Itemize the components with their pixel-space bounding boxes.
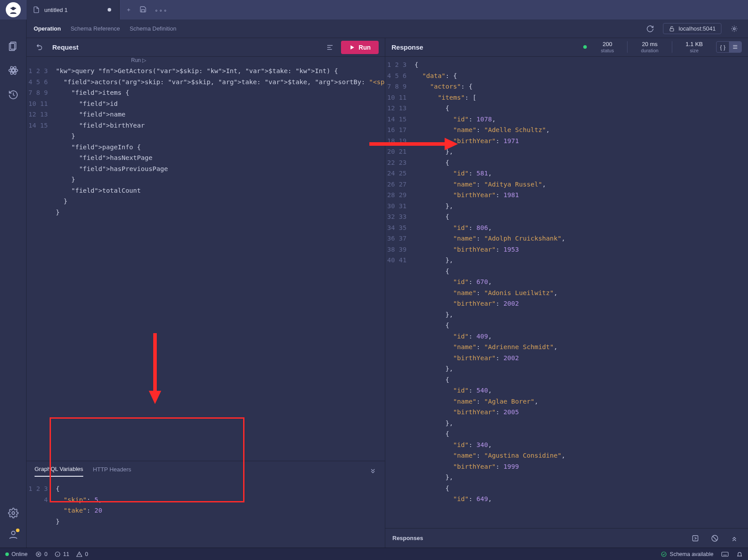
svg-point-12: [12, 512, 15, 514]
document-tab[interactable]: untitled 1: [27, 0, 120, 19]
duration-value: 20 ms: [641, 41, 659, 47]
svg-point-13: [12, 531, 15, 535]
svg-point-15: [733, 27, 736, 30]
endpoint-label: localhost:5041: [678, 25, 716, 32]
lock-open-icon: [669, 26, 675, 32]
play-icon: [349, 44, 355, 51]
json-view-icon[interactable]: { }: [717, 42, 729, 52]
tab-operation[interactable]: Operation: [34, 23, 61, 34]
online-status[interactable]: Online: [5, 551, 27, 557]
status-value: 200: [601, 41, 614, 47]
unsaved-dot-icon: [108, 8, 111, 12]
run-button[interactable]: Run: [341, 41, 379, 54]
titlebar: untitled 1 ＋ ∘∘∘: [0, 0, 748, 19]
response-title: Response: [391, 43, 423, 51]
tab-schema-reference[interactable]: Schema Reference: [70, 23, 120, 34]
svg-point-8: [12, 69, 15, 72]
expand-responses-button[interactable]: [728, 532, 741, 545]
run-label: Run: [359, 44, 371, 51]
sub-nav: Operation Schema Reference Schema Defini…: [27, 19, 748, 38]
svg-marker-19: [350, 45, 354, 49]
variables-editor[interactable]: 1 2 3 4 { "skip": 5, "take": 20 }: [27, 481, 385, 548]
line-gutter: 1 2 3 4 5 6 7 8 9 10 11 12 13 14 15: [27, 57, 53, 461]
responses-title: Responses: [392, 535, 423, 541]
schema-status[interactable]: Schema available: [661, 551, 713, 557]
request-title: Request: [52, 43, 78, 51]
line-gutter: 1 2 3 4 5 6 7 8 9 10 11 12 13 14 15 16 1…: [385, 57, 412, 528]
collapse-variables-button[interactable]: [369, 467, 377, 476]
app-logo: [6, 2, 21, 17]
request-pane: Request Run Run ▷ 1 2 3 4 5 6 7 8 9 10 1…: [27, 38, 385, 548]
activity-bar: [0, 19, 27, 548]
svg-rect-34: [722, 552, 729, 556]
run-code-lens[interactable]: Run ▷: [131, 57, 146, 63]
history-icon[interactable]: [8, 89, 19, 101]
status-dot-icon: [583, 45, 587, 49]
settings-icon[interactable]: [8, 508, 19, 520]
query-editor[interactable]: Run ▷ 1 2 3 4 5 6 7 8 9 10 11 12 13 14 1…: [27, 57, 385, 461]
clear-responses-button[interactable]: [708, 532, 721, 545]
refresh-schema-button[interactable]: [643, 22, 657, 35]
response-view-toggle[interactable]: { }: [716, 41, 742, 53]
svg-line-25: [713, 536, 717, 540]
keyboard-icon[interactable]: [721, 552, 729, 557]
svg-rect-5: [11, 8, 16, 9]
tab-title: untitled 1: [44, 7, 68, 13]
online-dot-icon: [5, 552, 9, 556]
line-gutter: 1 2 3 4: [27, 481, 53, 548]
svg-rect-14: [670, 28, 674, 31]
svg-rect-23: [693, 536, 698, 541]
variables-panel: GraphQL Variables HTTP Headers 1 2 3 4 {…: [27, 461, 385, 548]
responses-tray: Responses: [385, 528, 748, 548]
svg-point-33: [662, 552, 667, 556]
tab-schema-definition[interactable]: Schema Definition: [130, 23, 177, 34]
response-pane: Response 200status 20 msduration 1.1 KBs…: [385, 38, 748, 548]
save-button[interactable]: [140, 6, 147, 14]
warning-icon: [76, 551, 82, 557]
endpoint-chip[interactable]: localhost:5041: [663, 23, 721, 34]
errors-count[interactable]: 0 11 0: [35, 551, 88, 557]
tab-http-headers[interactable]: HTTP Headers: [93, 466, 131, 476]
account-icon[interactable]: [8, 529, 19, 541]
error-icon: [35, 551, 42, 557]
tree-view-icon[interactable]: [729, 42, 741, 52]
prettify-button[interactable]: [323, 41, 337, 54]
response-viewer[interactable]: 1 2 3 4 5 6 7 8 9 10 11 12 13 14 15 16 1…: [385, 57, 748, 528]
status-bar: Online 0 11 0 Schema available: [0, 548, 748, 560]
documents-icon[interactable]: [8, 41, 19, 53]
settings-button[interactable]: [728, 22, 741, 35]
info-icon: [54, 551, 61, 557]
size-value: 1.1 KB: [686, 41, 703, 47]
notifications-icon[interactable]: [736, 551, 743, 557]
more-button[interactable]: ∘∘∘: [155, 7, 168, 13]
check-circle-icon: [661, 551, 667, 557]
open-response-button[interactable]: [689, 532, 702, 545]
schema-icon[interactable]: [8, 65, 19, 77]
explorer-toggle-icon[interactable]: [33, 41, 46, 54]
new-tab-button[interactable]: ＋: [126, 6, 132, 14]
file-icon: [33, 6, 40, 13]
tab-graphql-variables[interactable]: GraphQL Variables: [35, 466, 83, 477]
